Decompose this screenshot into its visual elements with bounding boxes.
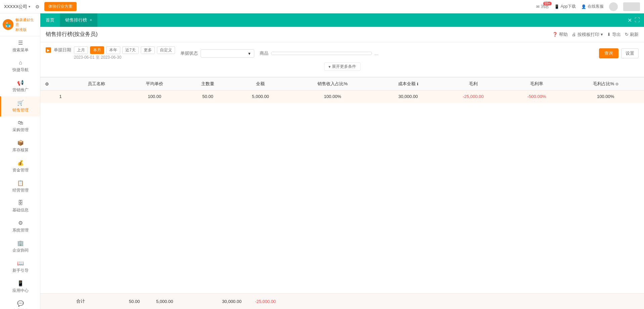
query-button[interactable]: 查询: [599, 48, 618, 58]
tab-active-label: 销售排行榜: [65, 17, 87, 23]
sidebar-item-purchase[interactable]: 🛍 采购管理: [0, 116, 40, 136]
top-right-actions: ✉ 消息 99+ 📱 App下载 👤 在线客服: [536, 2, 640, 11]
date-options: 上月 本月 本年 近7天 更多 自定义 2023-06-01 至 2023-06…: [74, 46, 175, 60]
sidebar-item-marketing[interactable]: 📢 营销推广: [0, 76, 40, 96]
export-button[interactable]: ⬇ 导出: [607, 32, 621, 38]
expand-chevron-icon: ▾: [329, 64, 331, 69]
basic-icon: 🗄: [18, 200, 23, 206]
col-avg-price: 平均单价: [125, 78, 183, 91]
col-sales-pct: 销售收入占比%: [289, 78, 376, 91]
sidebar-item-label: 企业协同: [12, 248, 29, 253]
logo-icon: 🏪: [3, 19, 13, 30]
col-settings[interactable]: ⚙: [40, 78, 54, 91]
tab-bar: 首页 销售排行榜 × ✕ ⛶: [40, 13, 644, 27]
company-chevron-icon: ▾: [29, 5, 30, 8]
cell-avg-price: 100.00: [125, 91, 183, 103]
date-btn-7days[interactable]: 近7天: [122, 46, 139, 54]
cost-info-icon[interactable]: ℹ: [417, 82, 418, 86]
username: [623, 2, 640, 11]
finance-icon: 💰: [17, 160, 24, 166]
date-btn-current-year[interactable]: 本年: [106, 46, 120, 54]
expand-row: ▾ 展开更多条件: [46, 60, 639, 73]
status-select[interactable]: ▾: [201, 49, 254, 58]
wechat-icon: 💬: [17, 300, 24, 307]
sidebar-item-label: 营销推广: [12, 87, 29, 93]
expand-conditions-button[interactable]: ▾ 展开更多条件: [324, 62, 360, 71]
app-download-icon: 📱: [554, 4, 559, 9]
trial-button[interactable]: 体验行业方案: [44, 2, 77, 11]
date-buttons: 上月 本月 本年 近7天 更多 自定义: [74, 46, 175, 54]
sidebar-item-guide[interactable]: 📖 新手引导: [0, 257, 40, 277]
total-quantity: 50.00: [121, 297, 148, 306]
page-header: 销售排行榜(按业务员) ❓ 帮助 🖨 按模板打印 ▾ ⬇ 导出: [40, 27, 644, 42]
system-icon: ⚙: [18, 220, 23, 226]
date-btn-prev-month[interactable]: 上月: [74, 46, 88, 54]
sidebar-item-inventory[interactable]: 📦 库存核算: [0, 136, 40, 156]
app-download-button[interactable]: 📱 App下载: [554, 4, 576, 9]
tab-close-icon[interactable]: ×: [90, 18, 92, 22]
date-range-display: 2023-06-01 至 2023-06-30: [74, 55, 175, 60]
company-selector[interactable]: XXXXX公司 ▾: [4, 4, 30, 10]
sidebar-item-wechat[interactable]: 💬 企业微信: [0, 297, 40, 309]
sidebar-item-label: 采购管理: [12, 127, 29, 133]
online-service-button[interactable]: 👤 在线客服: [581, 4, 604, 9]
expand-label: 展开更多条件: [332, 64, 356, 69]
sidebar-item-system[interactable]: ⚙ 系统管理: [0, 216, 40, 237]
online-service-icon: 👤: [581, 4, 586, 9]
refresh-button[interactable]: ↻ 刷新: [625, 32, 639, 38]
sales-icon: 🛒: [17, 100, 24, 106]
status-filter-group: 单据状态 ▾: [180, 49, 254, 58]
date-btn-custom[interactable]: 自定义: [157, 46, 175, 54]
sidebar: 🏪 畅康通好生意标准版 ☰ 搜索菜单 ⌂ 快捷导航 📢 营销推广 🛒 销售管理 …: [0, 13, 40, 309]
col-employee: 员工名称: [67, 78, 125, 91]
sidebar-item-management[interactable]: 📋 经营管理: [0, 176, 40, 197]
cell-quantity: 50.00: [184, 91, 232, 103]
online-service-label: 在线客服: [588, 4, 604, 9]
more-dots[interactable]: ...: [375, 51, 378, 56]
goods-input[interactable]: [271, 52, 372, 55]
settings-button[interactable]: 设置: [621, 48, 639, 58]
top-bar: XXXXX公司 ▾ ⚙ 体验行业方案 ✉ 消息 99+ 📱 App下载 👤 在线…: [0, 0, 644, 13]
cell-gross-pct: 100.00%: [567, 91, 644, 103]
total-gross-rate: [282, 299, 316, 303]
status-chevron-icon: ▾: [248, 51, 251, 56]
filter-collapse-icon[interactable]: ▶: [46, 47, 51, 53]
table-header: ⚙ 员工名称 平均单价 主数量 全额 销售收入占比% 成本全额 ℹ 毛利 毛利率…: [40, 78, 644, 91]
sidebar-logo: 🏪 畅康通好生意标准版: [0, 13, 40, 36]
sidebar-item-finance[interactable]: 💰 资金管理: [0, 156, 40, 176]
sidebar-item-label: 新手引导: [12, 268, 29, 273]
sidebar-item-label: 资金管理: [12, 167, 29, 173]
sidebar-item-search[interactable]: ☰ 搜索菜单: [0, 36, 40, 56]
tab-maximize-icon[interactable]: ⛶: [635, 17, 640, 23]
sidebar-item-quick-nav[interactable]: ⌂ 快捷导航: [0, 56, 40, 76]
sidebar-item-app-center[interactable]: 📱 应用中心: [0, 277, 40, 297]
date-btn-current-month[interactable]: 本月: [90, 46, 104, 54]
tab-home[interactable]: 首页: [40, 13, 60, 27]
help-button[interactable]: ❓ 帮助: [552, 32, 568, 38]
gross-pct-info-icon[interactable]: ⊙: [615, 82, 618, 86]
print-button[interactable]: 🖨 按模板打印 ▾: [572, 32, 603, 38]
settings-icon[interactable]: ⚙: [33, 2, 42, 11]
col-rank: [54, 78, 67, 91]
tab-actions: ✕ ⛶: [628, 17, 644, 23]
sidebar-item-label: 系统管理: [12, 227, 29, 233]
print-chevron-icon: ▾: [601, 32, 603, 37]
refresh-label: 刷新: [630, 32, 639, 38]
tab-close-window-icon[interactable]: ✕: [628, 17, 632, 23]
cell-cost: 30,000.00: [376, 91, 440, 103]
marketing-icon: 📢: [17, 80, 24, 86]
sidebar-item-enterprise[interactable]: 🏢 企业协同: [0, 237, 40, 257]
avatar[interactable]: [609, 2, 618, 11]
cell-rank: 1: [54, 91, 67, 103]
sidebar-item-basic[interactable]: 🗄 基础信息: [0, 197, 40, 216]
tab-sales-ranking[interactable]: 销售排行榜 ×: [60, 13, 97, 27]
filter-actions: 查询 设置: [599, 48, 639, 58]
sidebar-item-sales[interactable]: 🛒 销售管理: [0, 96, 40, 116]
sidebar-item-label: 销售管理: [12, 107, 29, 113]
table-row: 1 100.00 50.00 5,000.00 100.00% 30,000.0…: [40, 91, 644, 103]
cell-settings: [40, 91, 54, 103]
goods-filter-group: 商品 ...: [260, 50, 378, 56]
message-button[interactable]: ✉ 消息 99+: [536, 4, 549, 9]
col-settings-icon: ⚙: [45, 82, 49, 87]
date-btn-more[interactable]: 更多: [141, 46, 155, 54]
